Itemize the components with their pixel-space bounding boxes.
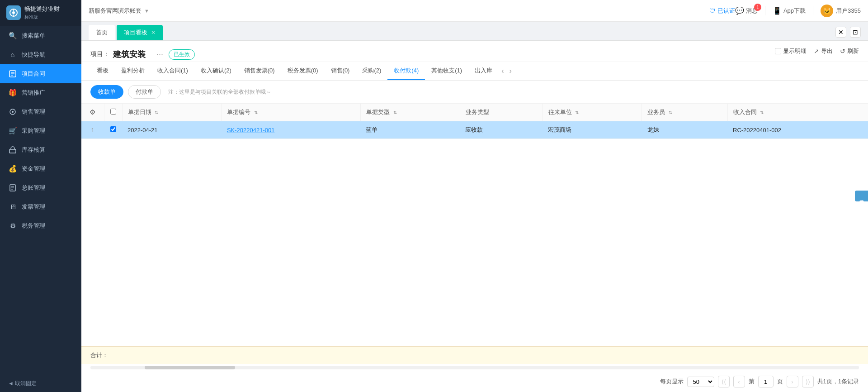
sidebar-item-invoice[interactable]: 🖥 发票管理: [0, 197, 81, 216]
row-number-link[interactable]: SK-20220421-001: [227, 127, 275, 134]
subnav-sales-invoice[interactable]: 销售发票(0): [238, 62, 281, 80]
subnav-tax-invoice[interactable]: 税务发票(0): [281, 62, 325, 80]
first-page-icon: ⟨⟨: [722, 378, 726, 385]
more-options-icon[interactable]: ···: [156, 50, 163, 59]
subnav-prev-arrow[interactable]: ‹: [499, 63, 506, 79]
user-menu[interactable]: 🐱 用户3355: [821, 5, 861, 17]
search-icon: 🔍: [8, 31, 17, 40]
subnav-receipt[interactable]: 收付款(4): [387, 62, 425, 80]
tab-home[interactable]: 首页: [89, 25, 115, 40]
row-index: 1: [81, 121, 104, 139]
payment-tab-label: 付款单: [136, 88, 153, 95]
sidebar-item-search-label: 搜索菜单: [22, 32, 45, 40]
subnav-in-out[interactable]: 出入库: [468, 62, 499, 80]
sidebar-item-ledger-label: 总账管理: [22, 184, 45, 192]
shield-icon: 🛡: [709, 7, 716, 14]
sidebar-item-ledger[interactable]: 总账管理: [0, 178, 81, 197]
export-button[interactable]: ↗ 导出: [814, 47, 833, 55]
subnav-profit[interactable]: 盈利分析: [115, 62, 151, 80]
close-window-button[interactable]: ✕: [835, 27, 846, 38]
app-name: 畅捷通好业财: [24, 5, 60, 13]
home-icon: ⌂: [8, 50, 17, 59]
sidebar-item-sales[interactable]: 销售管理: [0, 102, 81, 121]
show-detail-checkbox[interactable]: [775, 48, 781, 54]
scrollbar-row: [81, 364, 868, 371]
row-biz-type: 应收款: [460, 121, 542, 139]
column-settings-icon[interactable]: ⚙: [90, 108, 95, 116]
app-download-button[interactable]: 📱 App下载: [773, 6, 806, 15]
sort-salesman-icon[interactable]: ⇅: [669, 110, 672, 115]
col-number-label: 单据编号: [227, 109, 250, 115]
table-row[interactable]: 1 2022-04-21 SK-20220421-001 蓝单 应收款 宏茂商场…: [81, 121, 868, 139]
next-page-icon: ›: [791, 378, 793, 385]
sidebar-item-quick-nav[interactable]: ⌂ 快捷导航: [0, 45, 81, 64]
select-all-checkbox[interactable]: [110, 109, 116, 115]
export-label: 导出: [821, 47, 833, 55]
purchase-icon: 🛒: [8, 126, 17, 135]
account-selector[interactable]: 新服务官网演示账套 ▼: [89, 7, 700, 15]
sidebar-item-project-contract[interactable]: 项目合同: [0, 64, 81, 83]
maximize-window-button[interactable]: ⊡: [850, 27, 861, 38]
payment-tab-button[interactable]: 付款单: [128, 85, 161, 99]
footer-total-bar: 合计：: [81, 346, 868, 364]
subnav-purchase[interactable]: 采购(2): [356, 62, 387, 80]
topbar-divider-2: [813, 6, 813, 15]
subnav-kanban[interactable]: 看板: [90, 62, 115, 80]
sidebar-item-marketing[interactable]: 🎁 营销推广: [0, 83, 81, 102]
subnav-receipt-label: 收付款(4): [394, 67, 419, 74]
subnav-other-income[interactable]: 其他收支(1): [425, 62, 468, 80]
receipt-tab-button[interactable]: 收款单: [90, 85, 123, 99]
tabbar: 首页 项目看板 ✕ ✕ ⊡: [81, 22, 868, 41]
account-name: 新服务官网演示账套: [89, 7, 142, 15]
show-detail-button[interactable]: 显示明细: [775, 47, 807, 55]
sort-type-icon[interactable]: ⇅: [393, 110, 397, 115]
sort-partner-icon[interactable]: ⇅: [575, 110, 579, 115]
sort-date-icon[interactable]: ⇅: [155, 110, 158, 115]
sidebar-unpin-button[interactable]: ◄ 取消固定: [0, 375, 81, 392]
next-page-button[interactable]: ›: [787, 376, 798, 387]
sidebar-item-capital[interactable]: 💰 资金管理: [0, 159, 81, 178]
sidebar-item-inventory[interactable]: 库存核算: [0, 140, 81, 159]
subnav-income-contract[interactable]: 收入合同(1): [151, 62, 194, 80]
last-page-button[interactable]: ⟩⟩: [802, 376, 814, 387]
subnav-next-arrow[interactable]: ›: [506, 63, 514, 79]
page-input[interactable]: [758, 376, 774, 387]
page-size-select[interactable]: 50 100 200: [687, 377, 714, 387]
sort-income-contract-icon[interactable]: ⇅: [760, 110, 764, 115]
refresh-label: 刷新: [847, 47, 859, 55]
certified-badge: 🛡 已认证: [709, 7, 735, 15]
user-label: 用户3355: [836, 7, 861, 15]
row-checkbox[interactable]: [110, 126, 116, 132]
subnav-sales-label: 销售(0): [331, 67, 350, 74]
page-text: 第: [749, 378, 755, 386]
refresh-icon: ↺: [840, 48, 845, 55]
sidebar-item-purchase[interactable]: 🛒 采购管理: [0, 121, 81, 140]
row-partner: 宏茂商场: [542, 121, 642, 139]
sidebar-item-tax[interactable]: ⚙ 税务管理: [0, 216, 81, 235]
inventory-icon: [8, 145, 17, 154]
prev-page-button[interactable]: ‹: [733, 376, 745, 387]
subnav-sales[interactable]: 销售(0): [325, 62, 356, 80]
horizontal-scrollbar-track: [90, 366, 859, 369]
subnav-income-confirm[interactable]: 收入确认(2): [194, 62, 238, 80]
app-edition: 标准版: [24, 14, 60, 20]
horizontal-scrollbar-thumb[interactable]: [145, 366, 235, 369]
subnav-income-confirm-label: 收入确认(2): [201, 67, 231, 74]
sidebar-item-invoice-label: 发票管理: [22, 203, 45, 211]
message-button[interactable]: 💬 消息 1: [735, 6, 758, 15]
capital-icon: 💰: [8, 164, 17, 173]
svg-point-9: [12, 111, 14, 113]
certified-label: 已认证: [717, 7, 735, 15]
sort-number-icon[interactable]: ⇅: [254, 110, 258, 115]
sidebar-item-search[interactable]: 🔍 搜索菜单: [0, 26, 81, 45]
sidebar-header: 畅捷通好业财 标准版: [0, 0, 81, 26]
feedback-button[interactable]: 意见反馈: [855, 191, 868, 201]
subnav-sales-invoice-label: 销售发票(0): [244, 67, 275, 74]
tab-close-icon[interactable]: ✕: [151, 29, 156, 36]
col-income-contract-label: 收入合同: [733, 109, 757, 115]
first-page-button[interactable]: ⟨⟨: [718, 376, 730, 387]
refresh-button[interactable]: ↺ 刷新: [840, 47, 859, 55]
svg-point-1: [12, 11, 15, 14]
tab-project-board[interactable]: 项目看板 ✕: [117, 25, 163, 40]
avatar: 🐱: [821, 5, 833, 17]
